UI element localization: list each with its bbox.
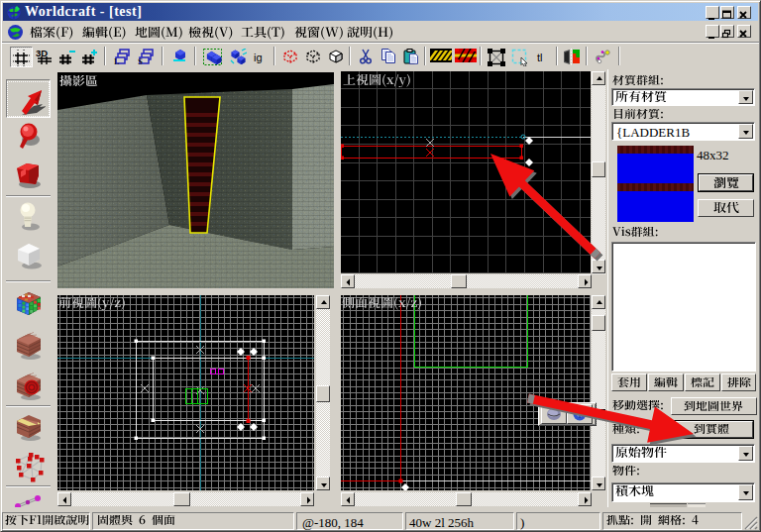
svg-text:ig: ig — [254, 52, 263, 63]
svg-text:tl: tl — [537, 52, 543, 63]
svg-text:L: L — [114, 56, 120, 64]
svg-text:S: S — [138, 56, 143, 64]
